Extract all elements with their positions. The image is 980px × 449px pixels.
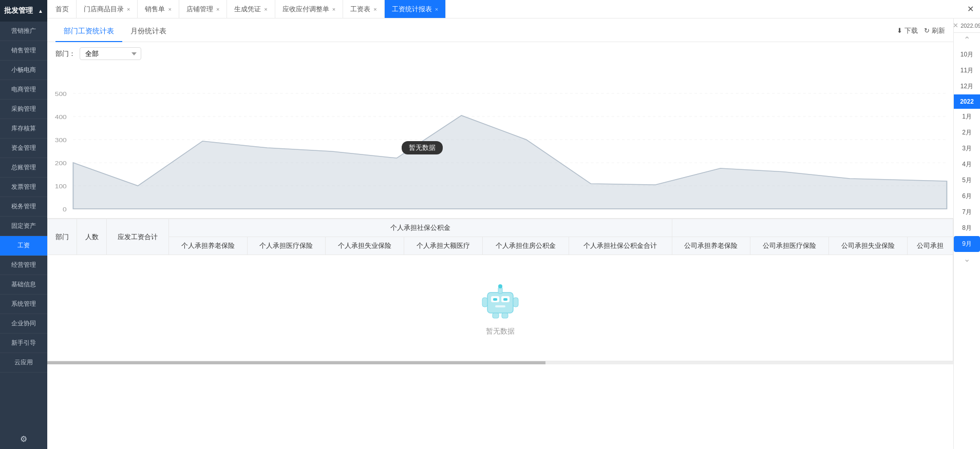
col-sub-personal-pension: 个人承担养老保险 bbox=[168, 237, 247, 255]
panel-month-4[interactable]: 4月 bbox=[954, 157, 980, 172]
sidebar-item-invoice[interactable]: 发票管理 bbox=[0, 178, 47, 197]
chevron-down-icon: ⌄ bbox=[964, 254, 970, 264]
svg-text:200: 200 bbox=[55, 160, 67, 166]
tab-close-store-mgmt[interactable]: × bbox=[216, 6, 219, 12]
svg-point-20 bbox=[498, 284, 502, 288]
tab-close-all-icon[interactable]: ✕ bbox=[965, 4, 976, 14]
tab-store-catalog[interactable]: 门店商品目录 × bbox=[77, 0, 138, 18]
chart-area: 0 100 200 300 400 500 bbox=[47, 65, 953, 214]
sidebar-item-fixed-assets[interactable]: 固定资产 bbox=[0, 217, 47, 236]
col-sub-personal-unemployment: 个人承担失业保险 bbox=[326, 237, 404, 255]
panel-month-nov[interactable]: 11月 bbox=[954, 63, 980, 79]
sidebar-collapse-icon[interactable]: ▲ bbox=[38, 8, 43, 14]
sidebar-item-marketing[interactable]: 营销推广 bbox=[0, 22, 47, 41]
tab-payroll[interactable]: 工资表 × bbox=[343, 0, 384, 18]
no-data-text: 暂无数据 bbox=[486, 327, 515, 336]
right-date-panel: ✕ 2022.09 ⌃ 10月 11月 12月 2022 1月 2月 bbox=[953, 18, 980, 449]
panel-close-icon[interactable]: ✕ bbox=[953, 22, 958, 29]
tab-payroll-report[interactable]: 工资统计报表 × bbox=[385, 0, 446, 18]
sub-tab-dept[interactable]: 部门工资统计表 bbox=[55, 24, 122, 42]
data-table: 部门 人数 应发工资合计 个人承担社保公积金 个人承担养老保险 个人承担医疗保险… bbox=[47, 219, 953, 361]
chevron-up-icon: ⌃ bbox=[964, 35, 970, 45]
dept-filter-select[interactable]: 全部 bbox=[80, 47, 141, 60]
sidebar-item-operations[interactable]: 经营管理 bbox=[0, 256, 47, 275]
panel-nav-down[interactable]: ⌄ bbox=[954, 252, 980, 266]
tab-close-ar-ap-adjust[interactable]: × bbox=[332, 6, 335, 12]
col-sub-personal-medical: 个人承担医疗保险 bbox=[247, 237, 326, 255]
no-data-cell: 暂无数据 bbox=[48, 255, 953, 361]
download-icon: ⬇ bbox=[897, 27, 902, 34]
sidebar-item-finance[interactable]: 资金管理 bbox=[0, 139, 47, 158]
tab-home[interactable]: 首页 bbox=[47, 0, 77, 18]
col-header-total-salary: 应发工资合计 bbox=[106, 219, 168, 255]
content-area: 部门工资统计表 月份统计表 ⬇ 下载 ↻ 刷新 bbox=[47, 18, 980, 449]
panel-month-9[interactable]: 9月 bbox=[954, 236, 980, 252]
sidebar-item-ledger[interactable]: 总账管理 bbox=[0, 158, 47, 178]
tab-bar: 首页 门店商品目录 × 销售单 × 店铺管理 × 生成凭证 × 应收应付调整单 … bbox=[47, 0, 980, 18]
sidebar-item-system[interactable]: 系统管理 bbox=[0, 295, 47, 314]
sidebar-item-purchase[interactable]: 采购管理 bbox=[0, 100, 47, 119]
panel-month-dec[interactable]: 12月 bbox=[954, 79, 980, 94]
panel-nav-up[interactable]: ⌃ bbox=[954, 33, 980, 47]
tab-close-gen-voucher[interactable]: × bbox=[264, 6, 267, 12]
tab-gen-voucher[interactable]: 生成凭证 × bbox=[227, 0, 275, 18]
svg-marker-12 bbox=[73, 115, 947, 209]
filter-dept-label: 部门： bbox=[55, 49, 76, 58]
panel-month-1[interactable]: 1月 bbox=[954, 109, 980, 125]
sidebar-item-payroll[interactable]: 工资 bbox=[0, 236, 47, 256]
sub-tabs: 部门工资统计表 月份统计表 ⬇ 下载 ↻ 刷新 bbox=[47, 18, 953, 42]
sidebar-item-cloud[interactable]: 云应用 bbox=[0, 353, 47, 373]
panel-year-2022[interactable]: 2022 bbox=[954, 94, 980, 109]
svg-text:100: 100 bbox=[55, 183, 67, 189]
panel-month-7[interactable]: 7月 bbox=[954, 204, 980, 220]
sidebar-item-sales[interactable]: 销售管理 bbox=[0, 41, 47, 61]
panel-month-oct[interactable]: 10月 bbox=[954, 47, 980, 63]
svg-rect-23 bbox=[493, 313, 499, 318]
gear-icon: ⚙ bbox=[20, 435, 27, 443]
sidebar-item-basic-info[interactable]: 基础信息 bbox=[0, 275, 47, 295]
sidebar-item-tax[interactable]: 税务管理 bbox=[0, 197, 47, 217]
svg-text:300: 300 bbox=[55, 137, 67, 143]
col-sub-company-other: 公司承担 bbox=[907, 237, 953, 255]
tab-close-sales-order[interactable]: × bbox=[168, 6, 171, 12]
panel-month-2[interactable]: 2月 bbox=[954, 125, 980, 141]
current-period-label: ✕ 2022.09 bbox=[954, 18, 980, 33]
download-button[interactable]: ⬇ 下载 bbox=[897, 26, 918, 35]
sidebar-item-collaboration[interactable]: 企业协同 bbox=[0, 314, 47, 334]
tab-close-payroll-report[interactable]: × bbox=[435, 6, 438, 12]
sidebar-item-ecommerce-small[interactable]: 小畅电商 bbox=[0, 61, 47, 80]
no-data-icon bbox=[480, 280, 521, 321]
table-area[interactable]: 部门 人数 应发工资合计 个人承担社保公积金 个人承担养老保险 个人承担医疗保险… bbox=[47, 218, 953, 449]
col-sub-company-medical: 公司承担医疗保险 bbox=[750, 237, 829, 255]
col-sub-personal-major-medical: 个人承担大额医疗 bbox=[404, 237, 482, 255]
svg-rect-21 bbox=[482, 298, 487, 307]
sub-tab-month[interactable]: 月份统计表 bbox=[122, 24, 175, 42]
svg-rect-16 bbox=[493, 298, 497, 301]
col-sub-personal-housing-fund: 个人承担住房公积金 bbox=[482, 237, 569, 255]
sidebar-item-guide[interactable]: 新手引导 bbox=[0, 334, 47, 353]
payroll-chart: 0 100 200 300 400 500 bbox=[47, 65, 953, 214]
tab-close-payroll[interactable]: × bbox=[373, 6, 376, 12]
sidebar-header[interactable]: 批发管理 ▲ bbox=[0, 0, 47, 22]
tab-ar-ap-adjust[interactable]: 应收应付调整单 × bbox=[275, 0, 343, 18]
panel-month-3[interactable]: 3月 bbox=[954, 141, 980, 157]
sidebar-footer[interactable]: ⚙ bbox=[0, 429, 47, 449]
sidebar-title: 批发管理 bbox=[4, 6, 33, 15]
no-data-container: 暂无数据 bbox=[53, 259, 948, 357]
sidebar-item-inventory[interactable]: 库存核算 bbox=[0, 119, 47, 139]
tab-close-store-catalog[interactable]: × bbox=[127, 6, 130, 12]
panel-month-8[interactable]: 8月 bbox=[954, 220, 980, 236]
col-sub-personal-total: 个人承担社保公积金合计 bbox=[569, 237, 672, 255]
sidebar-item-ecommerce[interactable]: 电商管理 bbox=[0, 80, 47, 100]
panel-month-6[interactable]: 6月 bbox=[954, 188, 980, 204]
tab-store-mgmt[interactable]: 店铺管理 × bbox=[179, 0, 227, 18]
tab-sales-order[interactable]: 销售单 × bbox=[138, 0, 179, 18]
svg-text:500: 500 bbox=[55, 91, 67, 97]
refresh-icon: ↻ bbox=[924, 27, 930, 34]
sub-tab-actions: ⬇ 下载 ↻ 刷新 bbox=[897, 26, 945, 40]
svg-rect-24 bbox=[502, 313, 508, 318]
horizontal-scrollbar[interactable] bbox=[47, 361, 953, 364]
col-sub-company-pension: 公司承担养老保险 bbox=[672, 237, 750, 255]
panel-month-5[interactable]: 5月 bbox=[954, 172, 980, 188]
refresh-button[interactable]: ↻ 刷新 bbox=[924, 26, 945, 35]
